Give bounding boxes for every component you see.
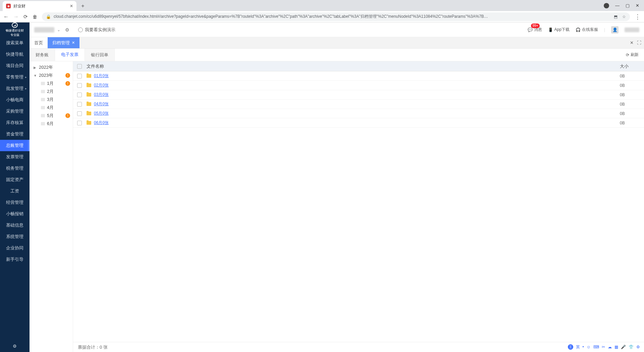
browser-tab[interactable]: ◆ 好业财 ✕ xyxy=(3,1,76,11)
tree-month[interactable]: 1月! xyxy=(30,79,73,87)
ime-toolbar[interactable]: 王 英 • ☺ ⌨ ✂ ☁ ▦ 🎤 👕 ⚙ xyxy=(566,343,642,351)
row-checkbox[interactable] xyxy=(77,111,82,116)
folder-icon xyxy=(41,90,45,93)
tab-home[interactable]: 首页 xyxy=(30,37,48,48)
support-label: 在线客服 xyxy=(582,27,598,33)
ime-lang[interactable]: 英 xyxy=(576,344,580,350)
sidebar-item[interactable]: 经营管理 xyxy=(0,197,30,208)
close-all-tabs-icon[interactable]: ✕ xyxy=(630,40,634,45)
tree-year-2022[interactable]: ▶ 2022年 xyxy=(30,63,73,71)
ime-skin-icon[interactable]: 👕 xyxy=(629,345,634,349)
row-checkbox[interactable] xyxy=(77,74,82,78)
sidebar-item[interactable]: 固定资产 xyxy=(0,174,30,185)
file-link[interactable]: 05月0张 xyxy=(94,111,109,116)
org-selector[interactable]: ⌄ xyxy=(34,27,60,33)
avatar[interactable]: 👤 xyxy=(611,26,619,34)
sidebar-item[interactable]: 零售管理 xyxy=(0,71,30,83)
sidebar-item[interactable]: 总账管理 xyxy=(0,140,30,151)
tree-month[interactable]: 3月 xyxy=(30,96,73,104)
messages-button[interactable]: 99+ 💬 消息 xyxy=(528,27,542,33)
tab-archive[interactable]: 归档管理 ✕ xyxy=(48,37,79,48)
reload-icon[interactable]: ⟳ xyxy=(23,14,28,20)
demo-link[interactable]: 我要看实例演示 xyxy=(78,27,115,33)
sidebar-item[interactable]: 基础信息 xyxy=(0,220,30,231)
sidebar-item[interactable]: 批发管理 xyxy=(0,83,30,94)
ime-punct-icon[interactable]: • xyxy=(583,345,584,349)
ime-grid-icon[interactable]: ▦ xyxy=(614,345,618,349)
ime-mic-icon[interactable]: 🎤 xyxy=(621,345,626,349)
refresh-button[interactable]: ⟳ 刷新 xyxy=(626,49,644,61)
folder-icon xyxy=(87,112,91,115)
file-table-body: 01月0张0B02月0张0B03月0张0B04月0张0B05月0张0B06月0张… xyxy=(73,71,644,342)
folder-icon xyxy=(41,98,45,101)
tree-year-2023[interactable]: ▼ 2023年 ! xyxy=(30,71,73,79)
sidebar-item[interactable]: 系统管理 xyxy=(0,231,30,242)
sidebar-item[interactable]: 新手引导 xyxy=(0,254,30,265)
minimize-icon[interactable]: — xyxy=(615,3,620,8)
tree-month[interactable]: 2月 xyxy=(30,87,73,96)
sidebar-settings-button[interactable]: ⚙ xyxy=(0,340,30,352)
sidebar-item[interactable]: 企业协同 xyxy=(0,242,30,254)
sidebar-item[interactable]: 发票管理 xyxy=(0,151,30,163)
support-button[interactable]: 🎧 在线客服 xyxy=(576,27,598,33)
sidebar-item[interactable]: 采购管理 xyxy=(0,106,30,117)
sidebar-item[interactable]: 资金管理 xyxy=(0,128,30,140)
row-checkbox[interactable] xyxy=(77,102,82,107)
window-controls: — ▢ ✕ xyxy=(604,0,644,11)
close-tab-icon[interactable]: ✕ xyxy=(72,41,75,45)
maximize-icon[interactable]: ▢ xyxy=(626,3,630,8)
alert-badge-icon: ! xyxy=(65,113,70,118)
folder-icon xyxy=(41,82,45,85)
ime-cloud-icon[interactable]: ☁ xyxy=(608,345,612,349)
app-topbar: ⌄ ⚙ 我要看实例演示 99+ 💬 消息 📱 App下载 🎧 在线客服 | 👤 xyxy=(30,22,644,37)
ime-emoji-icon[interactable]: ☺ xyxy=(587,345,591,349)
footer-count: 0 张 xyxy=(100,344,108,350)
sidebar-item[interactable]: 税务管理 xyxy=(0,163,30,174)
bookmark-icon[interactable]: ☆ xyxy=(622,14,626,19)
select-all-checkbox[interactable] xyxy=(77,64,82,69)
file-pane: 文件名称 大小 01月0张0B02月0张0B03月0张0B04月0张0B05月0… xyxy=(73,61,644,352)
ime-settings-icon[interactable]: ⚙ xyxy=(636,345,640,349)
account-icon[interactable] xyxy=(604,3,609,8)
close-tab-icon[interactable]: ✕ xyxy=(70,4,73,8)
org-settings-icon[interactable]: ⚙ xyxy=(65,27,69,33)
tree-month[interactable]: 6月 xyxy=(30,120,73,128)
ime-scissors-icon[interactable]: ✂ xyxy=(602,345,605,349)
sidebar-item[interactable]: 小畅报销 xyxy=(0,208,30,220)
ime-keyboard-icon[interactable]: ⌨ xyxy=(593,345,599,349)
sidebar-item[interactable]: 库存核算 xyxy=(0,117,30,128)
row-checkbox[interactable] xyxy=(77,93,82,97)
fullscreen-icon[interactable]: ⛶ xyxy=(637,40,641,45)
tree-month[interactable]: 5月! xyxy=(30,112,73,120)
app-download-label: App下载 xyxy=(554,27,570,33)
row-checkbox[interactable] xyxy=(77,121,82,125)
sidebar-item[interactable]: 项目合同 xyxy=(0,60,30,71)
subtab-bank[interactable]: 银行回单 xyxy=(85,49,115,61)
file-link[interactable]: 06月0张 xyxy=(94,120,109,126)
subtab-einvoice[interactable]: 电子发票 xyxy=(55,49,85,61)
sidebar-item[interactable]: 小畅电商 xyxy=(0,94,30,106)
headset-icon: 🎧 xyxy=(576,27,581,32)
install-app-icon[interactable]: ⬒ xyxy=(614,14,618,19)
file-link[interactable]: 03月0张 xyxy=(94,92,109,98)
app-download-button[interactable]: 📱 App下载 xyxy=(548,27,570,33)
new-tab-button[interactable]: + xyxy=(78,2,87,10)
sidebar-item[interactable]: 工资 xyxy=(0,185,30,197)
file-link[interactable]: 02月0张 xyxy=(94,82,109,88)
row-checkbox[interactable] xyxy=(77,83,82,88)
tree-month[interactable]: 4月 xyxy=(30,104,73,112)
close-window-icon[interactable]: ✕ xyxy=(636,3,639,8)
forward-icon[interactable]: → xyxy=(13,14,19,20)
subtab-finance[interactable]: 财务账 xyxy=(30,49,55,61)
delete-icon[interactable]: 🗑 xyxy=(33,14,37,19)
sidebar-item[interactable]: 快捷导航 xyxy=(0,49,30,60)
file-link[interactable]: 01月0张 xyxy=(94,73,109,79)
back-icon[interactable]: ← xyxy=(3,14,9,20)
browser-menu-icon[interactable]: ⋮ xyxy=(635,13,641,20)
file-link[interactable]: 04月0张 xyxy=(94,101,109,107)
url-text: cloud.chanjet.com/cc/u6d89qwnryel/57bfsk… xyxy=(54,14,488,19)
sidebar-item[interactable]: 搜索菜单 xyxy=(0,37,30,49)
footer-bar: 票据合计： 0 张 xyxy=(73,342,644,352)
table-row: 06月0张0B xyxy=(73,118,644,128)
address-bar[interactable]: 🔒 cloud.chanjet.com/cc/u6d89qwnryel/57bf… xyxy=(42,12,630,21)
